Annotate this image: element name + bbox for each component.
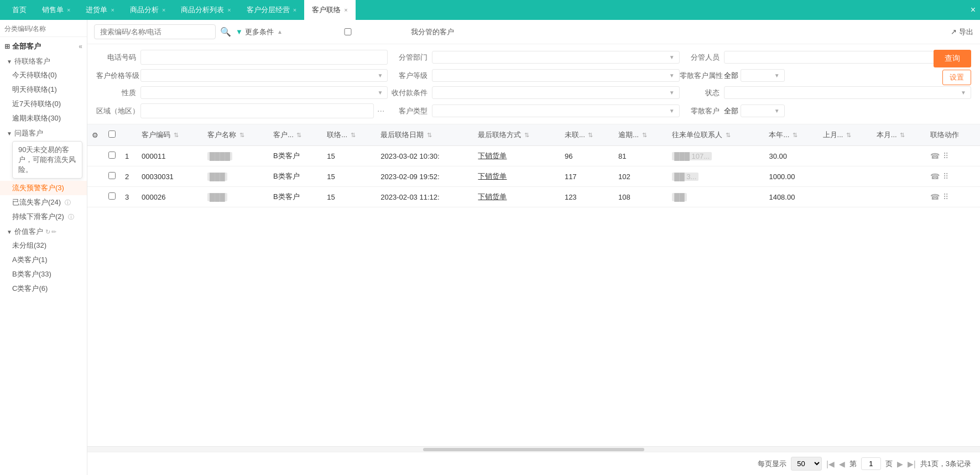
sidebar-item-a-class[interactable]: A类客户(1) — [0, 253, 87, 267]
sidebar-item-today[interactable]: 今天待联络(0) — [0, 68, 87, 82]
sidebar-item-c-class[interactable]: C类客户(6) — [0, 281, 87, 296]
search-bar: 🔍 ▼ 更多条件 ▲ 我分管的客户 ↗ 导出 — [87, 20, 980, 44]
row-last-way-cell[interactable]: 下销货单 — [473, 146, 560, 166]
col-uncontact[interactable]: 未联... ⇅ — [560, 124, 614, 146]
table-header-row: ⚙ 客户编码 ⇅ 客户名称 ⇅ — [87, 124, 980, 146]
sidebar-search-input[interactable] — [4, 25, 87, 33]
sidebar-item-week[interactable]: 近7天待联络(0) — [0, 97, 87, 111]
horizontal-scrollbar[interactable] — [87, 446, 980, 452]
page-size-select[interactable]: 50 100 200 — [791, 457, 822, 471]
col-type[interactable]: 客户... ⇅ — [269, 124, 322, 146]
section-problem[interactable]: ▼ 问题客户 — [0, 126, 87, 140]
col-check[interactable] — [104, 124, 121, 146]
action-more-icon[interactable]: ⠿ — [943, 152, 948, 160]
search-input[interactable] — [94, 24, 216, 39]
select-all-checkbox[interactable] — [108, 131, 116, 138]
filter-select-customer-type[interactable]: ▼ — [432, 105, 679, 117]
col-unit-contact[interactable]: 往来单位联系人 ⇅ — [668, 124, 764, 146]
tab-analysis-list[interactable]: 商品分析列表 × — [173, 0, 238, 20]
tab-home[interactable]: 首页 — [4, 0, 34, 20]
scrollbar-thumb[interactable] — [423, 448, 644, 451]
filter-select-price-grade[interactable]: ▼ — [140, 69, 388, 82]
sidebar-item-b-class[interactable]: B类客户(33) — [0, 267, 87, 281]
payment-chevron-icon: ▼ — [669, 90, 675, 96]
all-customers-header[interactable]: ⊞ 全部客户 « — [0, 37, 87, 54]
close-all-btn[interactable]: × — [971, 5, 976, 15]
filter-select-dept[interactable]: ▼ — [432, 51, 679, 64]
tab-customer-contact[interactable]: 客户联络 × — [304, 0, 355, 20]
export-button[interactable]: ↗ 导出 — [951, 27, 973, 37]
col-gear[interactable]: ⚙ — [87, 124, 104, 146]
section-pending[interactable]: ▼ 待联络客户 — [0, 54, 87, 68]
sidebar-item-overdue[interactable]: 逾期未联络(30) — [0, 111, 87, 126]
col-last-date[interactable]: 最后联络日期 ⇅ — [376, 124, 473, 146]
action-contact-icon[interactable]: ☎ — [930, 172, 940, 181]
row-gear-cell — [87, 187, 104, 207]
filter-select-nature[interactable]: ▼ — [140, 86, 388, 99]
search-button[interactable]: 🔍 — [220, 27, 231, 37]
action-contact-icon[interactable]: ☎ — [930, 152, 940, 160]
row-checkbox[interactable] — [108, 172, 116, 179]
tab-purchase[interactable]: 进货单 × — [78, 0, 122, 20]
tab-customer-segment[interactable]: 客户分层经营 × — [239, 0, 304, 20]
row-last-way-cell[interactable]: 下销货单 — [473, 187, 560, 207]
info-icon: ⓘ — [65, 199, 71, 206]
action-more-icon[interactable]: ⠿ — [943, 172, 948, 181]
action-contact-icon[interactable]: ☎ — [930, 192, 940, 201]
tab-customer-contact-close[interactable]: × — [344, 7, 347, 13]
tab-analysis-list-close[interactable]: × — [227, 7, 231, 13]
region-more-icon[interactable]: ··· — [374, 106, 388, 116]
section-value[interactable]: ▼ 价值客户 ↻ ✏ — [0, 224, 87, 238]
page-number-input[interactable] — [861, 457, 881, 470]
col-last-month[interactable]: 上月... ⇅ — [819, 124, 872, 146]
tab-customer-segment-close[interactable]: × — [293, 7, 296, 13]
filter-select-person[interactable]: ▼ — [724, 51, 957, 64]
row-checkbox[interactable] — [108, 192, 116, 200]
row-check-cell[interactable] — [104, 187, 121, 207]
filter-select-status[interactable]: ▼ — [724, 86, 971, 99]
last-page-btn[interactable]: ▶| — [908, 460, 916, 468]
filter-select-payment[interactable]: ▼ — [432, 86, 679, 99]
col-name[interactable]: 客户名称 ⇅ — [203, 124, 269, 146]
my-customers-checkbox[interactable] — [287, 28, 409, 35]
more-filter-btn[interactable]: ▼ 更多条件 ▲ — [236, 27, 283, 37]
filter-label-person: 分管人员 — [680, 53, 724, 62]
filter-select-grade[interactable]: ▼ — [432, 69, 679, 82]
row-check-cell[interactable] — [104, 146, 121, 166]
filter-cell-phone: 电话号码 — [96, 50, 388, 65]
col-overdue[interactable]: 逾期... ⇅ — [614, 124, 668, 146]
next-page-btn[interactable]: ▶ — [897, 460, 903, 468]
my-customers-filter[interactable]: 我分管的客户 — [287, 27, 454, 37]
row-check-cell[interactable] — [104, 166, 121, 187]
settings-button[interactable]: 设置 — [942, 70, 971, 85]
col-this-month[interactable]: 本月... ⇅ — [872, 124, 926, 146]
sidebar-item-declining[interactable]: 持续下滑客户(2) ⓘ — [0, 210, 87, 224]
query-button[interactable]: 查询 — [934, 50, 971, 67]
top-tab-bar: 首页 销售单 × 进货单 × 商品分析 × 商品分析列表 × 客户分层经营 × … — [0, 0, 980, 20]
row-checkbox[interactable] — [108, 152, 116, 159]
collapse-icon[interactable]: « — [79, 43, 82, 50]
prev-page-btn[interactable]: ◀ — [839, 460, 845, 468]
col-code[interactable]: 客户编码 ⇅ — [137, 124, 203, 146]
sidebar-item-ungroup[interactable]: 未分组(32) — [0, 238, 87, 253]
first-page-btn[interactable]: |◀ — [826, 460, 835, 468]
edit-icon[interactable]: ✏ — [51, 228, 56, 236]
tab-analysis[interactable]: 商品分析 × — [122, 0, 173, 20]
tab-sales-close[interactable]: × — [67, 7, 70, 13]
filter-select-retail-attr[interactable]: ▼ — [741, 69, 785, 82]
tab-sales[interactable]: 销售单 × — [34, 0, 78, 20]
action-more-icon[interactable]: ⠿ — [943, 192, 948, 201]
tab-purchase-close[interactable]: × — [111, 7, 114, 13]
col-year[interactable]: 本年... ⇅ — [764, 124, 818, 146]
filter-select-retail[interactable]: ▼ — [741, 105, 785, 117]
refresh-icon[interactable]: ↻ — [45, 228, 50, 236]
filter-input-phone[interactable] — [140, 50, 388, 65]
col-last-way[interactable]: 最后联络方式 ⇅ — [473, 124, 560, 146]
sidebar-item-lost[interactable]: 已流失客户(24) ⓘ — [0, 195, 87, 210]
sidebar-item-tomorrow[interactable]: 明天待联络(1) — [0, 82, 87, 97]
row-last-way-cell[interactable]: 下销货单 — [473, 166, 560, 187]
tab-analysis-close[interactable]: × — [162, 7, 165, 13]
col-contact[interactable]: 联络... ⇅ — [322, 124, 376, 146]
sidebar-item-at-risk[interactable]: 流失预警客户(3) — [0, 181, 87, 195]
filter-input-region[interactable] — [140, 103, 374, 118]
